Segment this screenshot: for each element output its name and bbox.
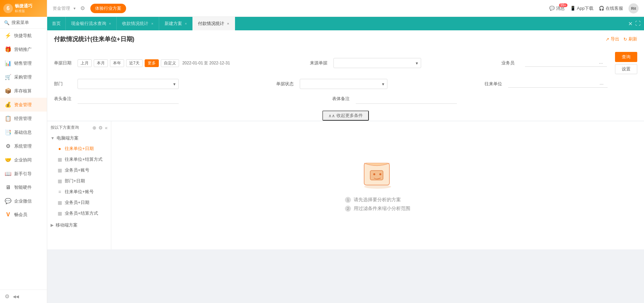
expand-icon: ▼ <box>51 136 55 141</box>
scheme-item-salesperson-settle[interactable]: ▦ 业务员+结算方式 <box>47 208 111 219</box>
maximize-icon[interactable]: ⛶ <box>635 21 641 27</box>
salesperson-dots[interactable]: ··· <box>597 60 605 66</box>
headset-icon: 🎧 <box>599 6 604 11</box>
online-service-btn[interactable]: 🎧 在线客服 <box>599 5 623 11</box>
export-icon: ↗ <box>606 37 609 42</box>
empty-hint: 1 请先选择要分析的方案 2 用过滤条件来缩小分析范围 <box>345 197 410 214</box>
date-btn-this-month[interactable]: 本月 <box>94 59 108 67</box>
scheme-panel-title: 按以下方案查询 <box>51 125 79 130</box>
settings-bottom-icon[interactable]: ⚙ <box>5 293 9 300</box>
topbar-right: 💬 消息 99+ 📱 App下载 🎧 在线客服 Rit <box>549 3 639 13</box>
quick-nav-icon: ⚡ <box>5 32 11 39</box>
scheme-collapse-icon[interactable]: « <box>105 125 108 130</box>
sidebar-item-quick-nav[interactable]: ⚡ 快捷导航 <box>0 29 47 42</box>
export-btn[interactable]: ↗ 导出 <box>606 36 619 42</box>
date-btn-custom[interactable]: 自定义 <box>161 59 179 67</box>
marketing-icon: 🎁 <box>5 46 11 53</box>
sidebar-item-member[interactable]: V 畅会员 <box>0 208 47 221</box>
content-area: 按以下方案查询 ⊕ ⚙ « ▼ 电脑端方案 ● 往来单位+日期 <box>47 121 644 249</box>
scheme-group-pc[interactable]: ▼ 电脑端方案 <box>47 133 111 143</box>
sidebar-item-purchase[interactable]: 🛒 采购管理 <box>0 70 47 84</box>
doc-status-select[interactable]: ▾ <box>300 79 387 89</box>
query-btn[interactable]: 查询 <box>615 52 637 62</box>
date-btn-more[interactable]: 更多 <box>145 59 159 67</box>
refresh-btn[interactable]: ↻ 刷新 <box>623 36 637 42</box>
scheme-item-salesperson-account[interactable]: ▦ 业务员+账号 <box>47 165 111 176</box>
source-dropdown-icon: ▾ <box>416 61 418 66</box>
sidebar-item-system[interactable]: ⚙ 系统管理 <box>0 139 47 153</box>
scheme-item-salesperson-date[interactable]: ▦ 业务员+日期 <box>47 197 111 208</box>
tab-payment-stats[interactable]: 付款情况统计 × <box>193 17 235 30</box>
empty-svg <box>357 156 398 190</box>
breadcrumb-dropdown-icon[interactable]: ▾ <box>74 6 76 11</box>
source-select[interactable]: ▾ <box>333 58 421 68</box>
collapse-sidebar-icon[interactable]: ◀◀ <box>13 294 19 299</box>
sidebar-item-operations[interactable]: 📋 经营管理 <box>0 112 47 125</box>
sidebar-item-basic-info[interactable]: 📑 基础信息 <box>0 125 47 139</box>
tab-close-cash-flow[interactable]: × <box>109 22 111 26</box>
capital-icon: 💰 <box>5 101 11 108</box>
date-btn-last-month[interactable]: 上月 <box>78 59 92 67</box>
scheme-item-icon-table-2: ▦ <box>57 168 63 173</box>
user-avatar[interactable]: Rit <box>628 3 639 13</box>
scheme-group-mobile[interactable]: ▶ 移动端方案 <box>47 220 111 230</box>
tab-close-new-plan[interactable]: × <box>185 22 187 26</box>
doc-status-dropdown-icon: ▾ <box>382 82 384 87</box>
sidebar-item-enterprise[interactable]: 🤝 企业协同 <box>0 153 47 167</box>
scheme-item-dept-date[interactable]: ▦ 部门+日期 <box>47 176 111 186</box>
expand-mobile-icon: ▶ <box>51 223 54 228</box>
tab-cash-flow[interactable]: 现金银行流水查询 × <box>66 17 117 30</box>
sidebar-search[interactable]: 🔍 搜索菜单 <box>0 17 47 29</box>
header-note-label: 表头备注 <box>54 96 78 102</box>
topbar: 资金管理 ▾ ⚙ 体验行业方案 💬 消息 99+ 📱 App下载 🎧 在线客服 … <box>47 0 644 17</box>
message-btn[interactable]: 💬 消息 99+ <box>549 5 565 11</box>
date-range-display: 2022-01-01 至 2022-12-31 <box>182 60 230 66</box>
scheme-item-icon-table-5: ▦ <box>57 200 63 205</box>
scheme-item-partner-account[interactable]: ≡ 往来单位+账号 <box>47 186 111 197</box>
hint-num-1: 1 <box>345 197 351 203</box>
dept-dropdown-icon: ▾ <box>173 82 176 87</box>
scheme-panel-actions: ⊕ ⚙ « <box>92 125 108 130</box>
scheme-settings-icon[interactable]: ⚙ <box>98 125 103 130</box>
sidebar-item-capital[interactable]: 💰 资金管理 <box>0 98 47 112</box>
tab-receivable[interactable]: 收款情况统计 × <box>117 17 159 30</box>
topbar-gear-icon[interactable]: ⚙ <box>80 5 85 11</box>
page-title: 付款情况统计(往来单位+日期) <box>54 35 135 47</box>
sidebar-item-weixin[interactable]: 💬 企业微信 <box>0 194 47 208</box>
date-btn-7days[interactable]: 近7天 <box>126 59 143 67</box>
scheme-item-partner-settle[interactable]: ▦ 往来单位+结算方式 <box>47 154 111 165</box>
sidebar: 6 畅捷通巧 标准版 🔍 搜索菜单 ⚡ 快捷导航 🎁 营销推广 📊 销售管理 🛒… <box>0 0 47 303</box>
sidebar-item-guide[interactable]: 📖 新手引导 <box>0 167 47 181</box>
breadcrumb-text: 资金管理 <box>53 5 70 11</box>
date-btn-this-year[interactable]: 本年 <box>110 59 124 67</box>
scheme-panel: 按以下方案查询 ⊕ ⚙ « ▼ 电脑端方案 ● 往来单位+日期 <box>47 121 111 249</box>
tab-close-payment-stats[interactable]: × <box>227 22 229 26</box>
collapse-filter-btn[interactable]: ∧∧ 收起更多条件 <box>322 111 369 121</box>
page-content: 付款情况统计(往来单位+日期) ↗ 导出 ↻ 刷新 单据日期 上月 <box>47 30 644 303</box>
message-icon: 💬 <box>549 6 555 11</box>
purchase-icon: 🛒 <box>5 74 11 80</box>
sidebar-item-marketing[interactable]: 🎁 营销推广 <box>0 42 47 56</box>
salesperson-label: 业务员 <box>501 60 525 66</box>
scheme-item-partner-date[interactable]: ● 往来单位+日期 <box>47 143 111 154</box>
tab-close-receivable[interactable]: × <box>151 22 153 26</box>
tab-home[interactable]: 首页 <box>47 17 66 30</box>
sidebar-item-inventory[interactable]: 📦 库存核算 <box>0 84 47 98</box>
sidebar-item-hardware[interactable]: 🖥 智能硬件 <box>0 181 47 194</box>
date-label: 单据日期 <box>54 60 78 66</box>
logo-icon: 6 <box>3 4 13 13</box>
close-all-tabs-icon[interactable]: ✕ <box>628 21 633 27</box>
chevron-up-icon: ∧∧ <box>328 113 335 118</box>
hint-item-1: 1 请先选择要分析的方案 <box>345 197 410 203</box>
add-scheme-icon[interactable]: ⊕ <box>92 125 96 130</box>
sidebar-item-sales[interactable]: 📊 销售管理 <box>0 56 47 70</box>
app-download-btn[interactable]: 📱 App下载 <box>570 5 593 11</box>
tab-new-plan[interactable]: 新建方案 × <box>159 17 193 30</box>
inventory-icon: 📦 <box>5 88 11 94</box>
dept-select[interactable]: ▾ <box>78 79 179 89</box>
partner-dots[interactable]: ··· <box>597 81 606 87</box>
filter-section: 单据日期 上月 本月 本年 近7天 更多 自定义 2022-01-01 至 20… <box>47 47 644 121</box>
scheme-item-icon-chart: ≡ <box>57 189 63 194</box>
setting-btn[interactable]: 设置 <box>615 64 637 74</box>
trial-btn[interactable]: 体验行业方案 <box>90 4 126 13</box>
